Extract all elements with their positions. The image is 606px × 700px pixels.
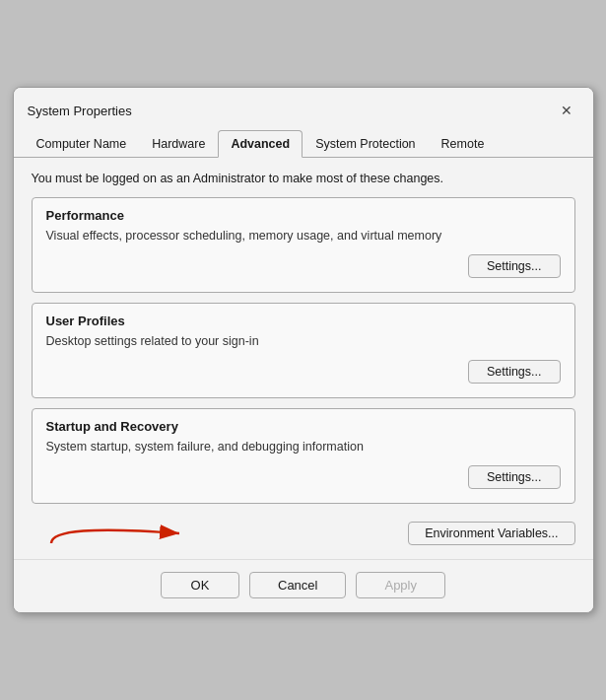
environment-variables-row: Environment Variables...: [32, 514, 575, 549]
dialog-footer: OK Cancel Apply: [14, 559, 593, 612]
performance-title: Performance: [46, 208, 561, 223]
user-profiles-section: User Profiles Desktop settings related t…: [32, 303, 575, 398]
tab-bar: Computer Name Hardware Advanced System P…: [14, 129, 593, 158]
performance-settings-button[interactable]: Settings...: [468, 254, 561, 278]
startup-recovery-title: Startup and Recovery: [46, 419, 561, 434]
user-profiles-title: User Profiles: [46, 314, 561, 328]
environment-variables-button[interactable]: Environment Variables...: [408, 522, 574, 545]
tab-hardware[interactable]: Hardware: [139, 130, 218, 158]
performance-desc: Visual effects, processor scheduling, me…: [46, 229, 561, 243]
tab-remote[interactable]: Remote: [429, 130, 498, 158]
startup-recovery-section: Startup and Recovery System startup, sys…: [32, 408, 575, 504]
cancel-button[interactable]: Cancel: [249, 572, 346, 598]
startup-recovery-settings-button[interactable]: Settings...: [468, 465, 561, 489]
arrow-icon: [41, 516, 199, 551]
title-bar: System Properties ✕: [14, 88, 593, 129]
user-profiles-desc: Desktop settings related to your sign-in: [46, 334, 561, 348]
arrow-container: [41, 516, 199, 551]
close-button[interactable]: ✕: [554, 98, 579, 123]
tab-content: You must be logged on as an Administrato…: [14, 158, 593, 559]
tab-computer-name[interactable]: Computer Name: [24, 130, 140, 158]
tab-system-protection[interactable]: System Protection: [303, 130, 428, 158]
startup-recovery-desc: System startup, system failure, and debu…: [46, 440, 561, 454]
tab-advanced[interactable]: Advanced: [218, 130, 303, 158]
admin-info-text: You must be logged on as an Administrato…: [32, 172, 575, 185]
ok-button[interactable]: OK: [161, 572, 239, 598]
dialog-title: System Properties: [28, 104, 132, 118]
apply-button[interactable]: Apply: [356, 572, 445, 598]
system-properties-dialog: System Properties ✕ Computer Name Hardwa…: [13, 87, 594, 613]
user-profiles-settings-button[interactable]: Settings...: [468, 360, 561, 384]
performance-section: Performance Visual effects, processor sc…: [32, 197, 575, 293]
